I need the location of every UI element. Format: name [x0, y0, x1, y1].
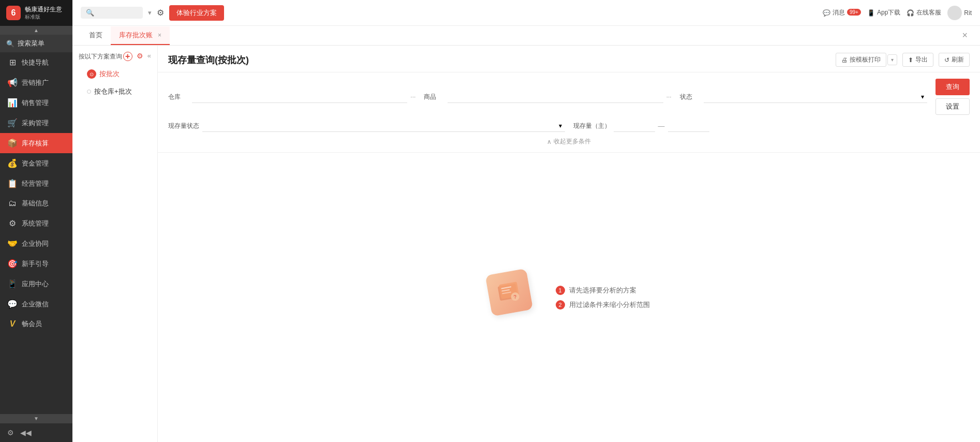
- filter-row-2: 现存量状态 ▾ 现存量（主） —: [168, 120, 970, 132]
- warehouse-input[interactable]: [192, 91, 407, 103]
- chevron-down-icon: ▾: [891, 57, 894, 63]
- sidebar-item-system[interactable]: ⚙ 系统管理: [0, 213, 72, 233]
- export-btn[interactable]: ⬆ 导出: [902, 53, 933, 67]
- warehouse-field: 仓库 ···: [168, 91, 415, 103]
- sidebar: 6 畅康通好生意 标准版 ▲ 🔍 搜索菜单 ⊞ 快捷导航 📢 营销推广 📊 销售…: [0, 0, 72, 442]
- quick-nav-icon: ⊞: [7, 57, 18, 67]
- status-field: 状态 ▾: [680, 91, 927, 103]
- main-area: 🔍 ▾ ⚙ 体验行业方案 💬 消息 99+ 📱 App下载 🎧 在线客服 Rit: [72, 0, 980, 442]
- sidebar-item-sales[interactable]: 📊 销售管理: [0, 93, 72, 113]
- topbar-settings-icon[interactable]: ⚙: [157, 8, 164, 18]
- status-label: 状态: [680, 93, 701, 101]
- marketing-icon: 📢: [7, 78, 18, 87]
- sidebar-scroll-up[interactable]: ▲: [0, 26, 72, 35]
- query-button[interactable]: 查询: [936, 79, 970, 95]
- topbar-dropdown-icon[interactable]: ▾: [148, 9, 152, 17]
- print-dropdown-btn[interactable]: ▾: [887, 54, 897, 65]
- sidebar-item-marketing[interactable]: 📢 营销推广: [0, 72, 72, 93]
- refresh-btn[interactable]: ↺ 刷新: [939, 53, 970, 67]
- filter-collapse-icon[interactable]: «: [147, 52, 151, 61]
- sidebar-item-newbie[interactable]: 🎯 新手引导: [0, 254, 72, 274]
- sidebar-item-operations[interactable]: 📋 经营管理: [0, 173, 72, 194]
- sales-icon: 📊: [7, 98, 18, 108]
- topbar-search-box[interactable]: 🔍: [81, 7, 143, 19]
- filter-item-batch[interactable]: ⊙ 按批次: [72, 65, 157, 83]
- status-select[interactable]: ▾: [704, 91, 927, 103]
- topbar-search-input[interactable]: [97, 9, 139, 17]
- sidebar-item-label: 企业微信: [22, 300, 49, 309]
- online-service-btn[interactable]: 🎧 在线客服: [907, 8, 941, 17]
- tab-close-icon[interactable]: ×: [158, 32, 161, 39]
- filter-panel-title: 按以下方案查询: [79, 52, 122, 61]
- sidebar-item-label: 快捷导航: [22, 58, 49, 67]
- sidebar-item-label: 畅会员: [22, 319, 42, 329]
- sidebar-item-member[interactable]: V 畅会员: [0, 314, 72, 334]
- edition-label: 标准版: [25, 13, 62, 20]
- sidebar-scroll-down[interactable]: ▼: [0, 414, 72, 423]
- user-name: Rit: [964, 9, 972, 17]
- enterprise-icon: 🤝: [7, 239, 18, 248]
- filter-active-dot: ⊙: [87, 69, 96, 79]
- messages-label: 消息: [833, 8, 845, 17]
- product-label: 商品: [424, 93, 444, 101]
- tip-text-2: 用过滤条件来缩小分析范围: [569, 300, 650, 310]
- messages-btn[interactable]: 💬 消息 99+: [823, 8, 861, 17]
- tab-panel-close-icon[interactable]: ×: [958, 30, 972, 41]
- tab-active-label: 库存批次账: [119, 31, 153, 40]
- stock-status-dropdown-icon: ▾: [559, 122, 562, 129]
- settings-footer-icon[interactable]: ⚙: [7, 429, 14, 437]
- print-btn[interactable]: 🖨 按模板打印: [836, 53, 886, 67]
- quantity-label: 现存量（主）: [573, 122, 611, 130]
- topbar-search-icon: 🔍: [86, 9, 94, 17]
- inventory-icon: 📦: [7, 138, 18, 148]
- tab-home[interactable]: 首页: [81, 26, 111, 45]
- collapse-sidebar-icon[interactable]: ◀◀: [20, 429, 32, 437]
- collapse-btn[interactable]: ∧ 收起更多条件: [547, 137, 591, 146]
- sidebar-search[interactable]: 🔍 搜索菜单: [0, 35, 72, 52]
- app-download-btn[interactable]: 📱 App下载: [867, 8, 900, 17]
- operations-icon: 📋: [7, 179, 18, 188]
- quantity-to-input[interactable]: [668, 120, 709, 132]
- app-logo: 6: [6, 6, 21, 20]
- sidebar-item-appstore[interactable]: 📱 应用中心: [0, 274, 72, 294]
- product-input[interactable]: [448, 91, 663, 103]
- sidebar-item-enterprise[interactable]: 🤝 企业协同: [0, 233, 72, 254]
- sidebar-nav: ⊞ 快捷导航 📢 营销推广 📊 销售管理 🛒 采购管理 📦 库存核算 💰 资金管…: [0, 52, 72, 414]
- stock-status-label: 现存量状态: [168, 122, 199, 130]
- quantity-from-input[interactable]: [614, 120, 655, 132]
- filter-item-label: 按批次: [99, 69, 120, 79]
- sidebar-item-inventory[interactable]: 📦 库存核算: [0, 133, 72, 153]
- tabbar: 首页 库存批次账 × ×: [72, 26, 980, 46]
- product-field: 商品 ···: [424, 91, 671, 103]
- export-label: 导出: [915, 55, 928, 64]
- company-info: 畅康通好生意 标准版: [25, 6, 62, 21]
- sidebar-item-quick-nav[interactable]: ⊞ 快捷导航: [0, 52, 72, 72]
- print-icon: 🖨: [841, 56, 848, 64]
- message-icon: 💬: [823, 9, 830, 17]
- settings-button[interactable]: 设置: [936, 98, 970, 115]
- stock-status-select[interactable]: ▾: [202, 120, 565, 132]
- filter-add-icon[interactable]: +: [123, 52, 132, 61]
- sidebar-item-finance[interactable]: 💰 资金管理: [0, 153, 72, 173]
- filter-panel-header: 按以下方案查询 + ⚙ «: [72, 52, 157, 65]
- user-info-btn[interactable]: Rit: [947, 6, 972, 20]
- filter-item-warehouse-batch[interactable]: 按仓库+批次: [72, 83, 157, 100]
- sidebar-header: 6 畅康通好生意 标准版: [0, 0, 72, 26]
- product-more-icon[interactable]: ···: [666, 93, 672, 100]
- collapse-icon: ∧: [547, 138, 552, 145]
- print-dropdown: 🖨 按模板打印 ▾: [836, 53, 897, 67]
- tab-inventory-batch[interactable]: 库存批次账 ×: [111, 26, 170, 45]
- sidebar-item-wechat[interactable]: 💬 企业微信: [0, 294, 72, 314]
- page-content: 按以下方案查询 + ⚙ « ⊙ 按批次 按仓库+批次 现存量查询(按批次): [72, 46, 980, 442]
- demo-btn[interactable]: 体验行业方案: [169, 5, 224, 21]
- sidebar-item-label: 应用中心: [22, 279, 49, 289]
- online-service-label: 在线客服: [916, 8, 941, 17]
- warehouse-label: 仓库: [168, 93, 189, 101]
- collapse-label: 收起更多条件: [554, 137, 591, 146]
- app-download-icon: 📱: [867, 9, 875, 17]
- filter-settings-icon[interactable]: ⚙: [137, 52, 143, 61]
- sidebar-item-basic[interactable]: 🗂 基础信息: [0, 194, 72, 213]
- warehouse-more-icon[interactable]: ···: [410, 93, 415, 100]
- tip-num-1: 1: [556, 286, 565, 295]
- sidebar-item-purchase[interactable]: 🛒 采购管理: [0, 113, 72, 133]
